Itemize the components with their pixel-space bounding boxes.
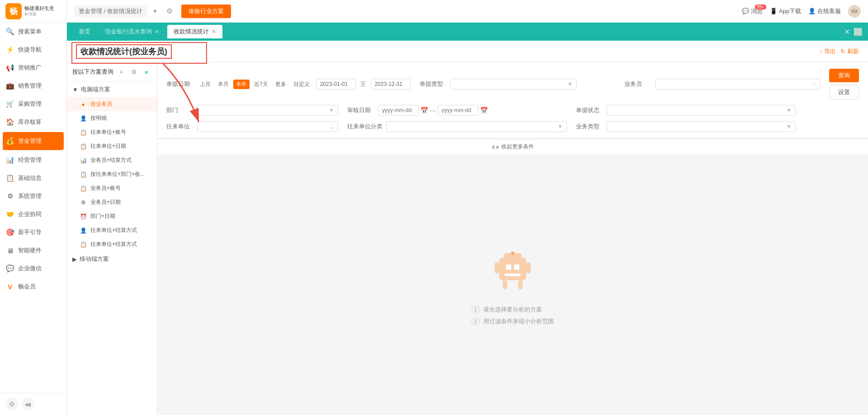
sidebar-item-finance[interactable]: 💰 资金管理 [3,132,64,150]
scheme-item-salesperson[interactable]: ● 按业务员 [67,97,157,111]
review-date-from-input[interactable] [378,105,419,116]
sidebar-item-sales[interactable]: 💼 销售管理 [0,77,66,95]
tab-home-label: 首页 [79,28,90,36]
topbar: 资金管理 / 收款情况统计 ▼ ⚙ 体验行业方案 💬 消息 99+ 📱 App下… [67,0,868,23]
sidebar-item-label: 企业协同 [18,210,42,218]
chevron-right-icon: ▶ [72,256,77,263]
sidebar-item-basic[interactable]: 📋 基础信息 [0,169,66,187]
scheme-item-salesperson-date[interactable]: ⚙ 业务员+日期 [67,195,157,209]
salesperson-filter: 业务员 ··· [624,79,820,90]
export-button[interactable]: ↑ 导出 [820,47,836,56]
user-name: Rit [851,9,857,14]
scheme-item-salesperson-account[interactable]: 📋 业务员+账号 [67,181,157,195]
sidebar-item-enterprise[interactable]: 🤝 企业协同 [0,205,66,223]
trial-button[interactable]: 体验行业方案 [181,5,231,18]
scheme-item-partner-settle1[interactable]: 👤 往来单位+结算方式 [67,223,157,237]
left-scheme-panel: 按以下方案查询 + ⚙ « ▼ 电脑端方案 ● 按业务员 👤 按明细 [67,62,157,415]
user-avatar[interactable]: Rit [848,5,861,18]
scheme-item-dept-date[interactable]: ⏰ 部门+日期 [67,209,157,223]
voucher-type-select[interactable]: ▼ [450,79,577,90]
mobile-scheme-group-header[interactable]: ▶ 移动端方案 [67,251,157,267]
settings-button[interactable]: 设置 [829,85,859,99]
sidebar-item-quicknav[interactable]: ⚡ 快捷导航 [0,41,66,59]
footer-settings-icon[interactable]: ⚙ [5,398,18,410]
review-date-to-input[interactable] [438,105,478,116]
sidebar-item-purchase[interactable]: 🛒 采购管理 [0,95,66,113]
tab-bank-close[interactable]: ✕ [155,28,159,35]
department-select[interactable]: ▼ [197,105,338,116]
date-last-month[interactable]: 上月 [197,80,213,89]
date-from-input[interactable] [316,79,356,90]
date-more[interactable]: 更多 [273,80,289,89]
date-this-month[interactable]: 本月 [215,80,231,89]
counterpart-more-icon[interactable]: ... [330,123,334,130]
salesperson-select[interactable]: ··· [655,79,820,90]
tab-bank[interactable]: 现金银行流水查询 ✕ [99,25,165,38]
enterprise-icon: 🤝 [5,210,14,219]
pc-scheme-group-header[interactable]: ▼ 电脑端方案 [67,82,157,97]
tab-collection[interactable]: 收款情况统计 ✕ [167,25,222,38]
review-date-range: 📅 — 📅 [378,105,488,116]
query-button[interactable]: 查询 [829,69,859,82]
date-this-year[interactable]: 本年 [233,80,250,89]
scheme-settings-icon[interactable]: ⚙ [129,67,139,77]
refresh-button[interactable]: ↻ 刷新 [840,47,859,56]
add-scheme-icon[interactable]: + [116,67,126,77]
date-custom[interactable]: 自定义 [291,80,312,89]
app-download-button[interactable]: 📱 App下载 [770,7,801,15]
sidebar-item-search[interactable]: 🔍 搜索菜单 [0,23,66,41]
topbar-settings-icon[interactable]: ⚙ [163,5,176,18]
collapse-bar[interactable]: ∧∧ 收起更多条件 [157,139,868,154]
breadcrumb-dropdown[interactable]: ▼ [152,8,158,14]
scheme-collapse-icon[interactable]: « [142,67,151,77]
sidebar-item-operations[interactable]: 📊 经营管理 [0,151,66,169]
close-window-icon[interactable]: ✕ [844,28,850,36]
review-date-to-icon[interactable]: 📅 [480,107,488,114]
review-date-from-icon[interactable]: 📅 [420,107,428,114]
scheme-item-partner-date[interactable]: 📋 往来单位+日期 [67,139,157,153]
messages-button[interactable]: 💬 消息 99+ [742,7,763,15]
sidebar-item-member[interactable]: V 畅会员 [0,278,66,296]
svg-rect-4 [495,262,499,274]
sidebar-item-hardware[interactable]: 🖥 智能硬件 [0,241,66,259]
date-to-input[interactable] [371,79,410,90]
scheme-item-label: 按往来单位+部门+收... [90,170,145,178]
scheme-item-partner-settle2[interactable]: 📋 往来单位+结算方式 [67,237,157,251]
sidebar-item-inventory[interactable]: 🏠 库存核算 [0,113,66,131]
scheme-item-detail[interactable]: 👤 按明细 [67,111,157,125]
collapse-label: 收起更多条件 [501,143,534,151]
filter-row-3: 往来单位 ... 往来单位分类 ▼ 业务 [166,121,859,132]
service-icon: 👤 [808,8,816,14]
operations-icon: 📊 [5,156,14,165]
sidebar-item-label: 搜索菜单 [18,28,42,36]
sidebar-item-system[interactable]: ⚙ 系统管理 [0,187,66,205]
counterpart-category-dropdown-icon: ▼ [557,123,563,130]
date-7days[interactable]: 近7天 [251,80,271,89]
counterpart-category-select[interactable]: ▼ [386,121,567,132]
scheme-item-label: 往来单位+结算方式 [90,226,137,234]
sales-icon: 💼 [5,81,14,90]
voucher-status-select[interactable]: ▼ [607,105,796,116]
sidebar-footer: ⚙ ◀▮ [0,393,66,415]
sidebar-item-marketing[interactable]: 📢 营销推广 [0,59,66,77]
online-service-button[interactable]: 👤 在线客服 [808,7,841,15]
tab-home[interactable]: 首页 [72,25,97,38]
scheme-item-label: 业务员+日期 [90,198,121,206]
business-type-select[interactable]: ▼ [607,121,796,132]
scheme-item-label: 业务员+账号 [90,184,121,192]
sidebar-item-wechat[interactable]: 💬 企业微信 [0,259,66,278]
scheme-item-partner-dept[interactable]: 📋 按往来单位+部门+收... [67,167,157,181]
scheme-item-salesperson-settlement[interactable]: 📊 业务员+结算方式 [67,153,157,167]
maximize-icon[interactable]: ⬜ [854,28,863,36]
sidebar-item-guide[interactable]: 🎯 新手引导 [0,223,66,241]
message-icon: 💬 [742,8,749,14]
breadcrumb: 资金管理 / 收款情况统计 [74,5,147,17]
filter-area: 单据日期 上月 本月 本年 近7天 更多 自定义 至 [157,62,868,139]
counterpart-select[interactable]: ... [197,121,338,132]
tab-collection-close[interactable]: ✕ [212,28,216,35]
tab-bar: 首页 现金银行流水查询 ✕ 收款情况统计 ✕ ✕ ⬜ [67,23,868,41]
finance-icon: 💰 [5,137,14,146]
scheme-item-partner-account[interactable]: 📋 往来单位+账号 [67,125,157,139]
footer-collapse-icon[interactable]: ◀▮ [22,398,34,410]
svg-rect-5 [526,262,531,274]
